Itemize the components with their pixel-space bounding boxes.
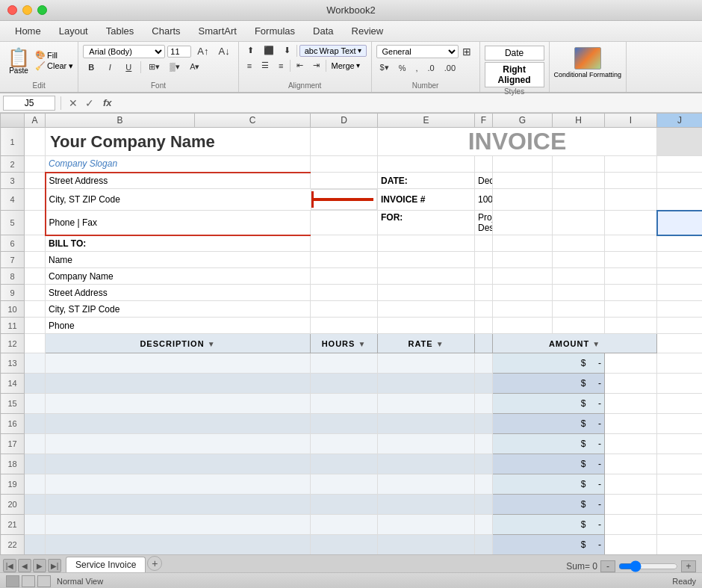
cell-a15[interactable] xyxy=(25,394,46,414)
tab-prev-button[interactable]: ◀ xyxy=(18,559,31,572)
cell-j6[interactable] xyxy=(657,235,703,252)
cell-f9[interactable] xyxy=(475,285,493,301)
cell-f8[interactable] xyxy=(475,268,493,285)
row-header-19[interactable]: 19 xyxy=(1,474,25,495)
cell-e22[interactable] xyxy=(378,535,475,555)
cell-b9[interactable]: Street Address xyxy=(46,285,311,301)
col-header-f[interactable]: F xyxy=(475,114,493,128)
font-size-input[interactable] xyxy=(167,46,191,58)
cell-d2[interactable] xyxy=(311,156,378,173)
cell-h4[interactable] xyxy=(553,189,605,211)
cell-i10[interactable] xyxy=(605,301,657,318)
cell-d4[interactable] xyxy=(311,189,378,210)
cell-i11[interactable] xyxy=(605,318,657,334)
col-header-i[interactable]: I xyxy=(605,114,657,128)
row-header-14[interactable]: 14 xyxy=(1,374,25,394)
cell-d14[interactable] xyxy=(311,374,378,394)
cell-f14[interactable] xyxy=(475,374,493,394)
page-layout-button[interactable] xyxy=(22,575,35,587)
cell-f13[interactable] xyxy=(475,353,493,374)
cell-g20[interactable]: $ - xyxy=(493,495,605,515)
rate-header[interactable]: RATE ▼ xyxy=(378,334,475,353)
row-header-7[interactable]: 7 xyxy=(1,252,25,268)
cell-i21[interactable] xyxy=(605,515,657,535)
cell-a18[interactable] xyxy=(25,454,46,474)
cell-f2[interactable] xyxy=(475,156,493,173)
col-header-j[interactable]: J xyxy=(657,114,703,128)
maximize-button[interactable] xyxy=(37,5,47,15)
font-decrease-button[interactable]: A↓ xyxy=(215,44,234,58)
cell-f6[interactable] xyxy=(475,235,493,252)
row-header-9[interactable]: 9 xyxy=(1,285,25,301)
cell-g17[interactable]: $ - xyxy=(493,434,605,454)
cell-g3[interactable] xyxy=(493,173,553,189)
cell-g14[interactable]: $ - xyxy=(493,374,605,394)
cell-j17[interactable] xyxy=(657,434,703,454)
cell-e3[interactable]: DATE: xyxy=(378,173,475,189)
cell-i14[interactable] xyxy=(605,374,657,394)
cell-b19[interactable] xyxy=(46,474,311,495)
right-aligned-button[interactable]: Right Aligned xyxy=(485,62,544,87)
row-header-21[interactable]: 21 xyxy=(1,515,25,535)
cell-i19[interactable] xyxy=(605,474,657,495)
col-header-b[interactable]: B xyxy=(46,114,195,128)
cell-f10[interactable] xyxy=(475,301,493,318)
number-format-select[interactable]: General xyxy=(376,45,459,58)
cell-f21[interactable] xyxy=(475,515,493,535)
row-header-20[interactable]: 20 xyxy=(1,495,25,515)
menu-home[interactable]: Home xyxy=(6,22,50,40)
cell-j9[interactable] xyxy=(657,285,703,301)
underline-button[interactable]: U xyxy=(120,61,137,73)
cell-i13[interactable] xyxy=(605,353,657,374)
menu-review[interactable]: Review xyxy=(343,22,393,40)
cell-d11[interactable] xyxy=(311,318,378,334)
tab-first-button[interactable]: |◀ xyxy=(3,559,16,572)
cell-g2[interactable] xyxy=(493,156,553,173)
cell-h8[interactable] xyxy=(553,268,605,285)
cell-e1[interactable]: INVOICE xyxy=(378,128,657,156)
cell-f20[interactable] xyxy=(475,495,493,515)
sheet-tab-service-invoice[interactable]: Service Invoice xyxy=(66,557,146,572)
cell-g11[interactable] xyxy=(493,318,553,334)
align-left-button[interactable]: ≡ xyxy=(243,60,255,72)
cell-e4[interactable]: INVOICE # xyxy=(378,189,475,211)
cell-j4[interactable] xyxy=(657,189,703,211)
cell-j21[interactable] xyxy=(657,515,703,535)
cell-b11[interactable]: Phone xyxy=(46,318,311,334)
cell-i22[interactable] xyxy=(605,535,657,555)
row-header-8[interactable]: 8 xyxy=(1,268,25,285)
cell-e14[interactable] xyxy=(378,374,475,394)
cell-e18[interactable] xyxy=(378,454,475,474)
tab-next-button[interactable]: ▶ xyxy=(33,559,46,572)
cell-i9[interactable] xyxy=(605,285,657,301)
cell-a14[interactable] xyxy=(25,374,46,394)
cell-b20[interactable] xyxy=(46,495,311,515)
cell-j14[interactable] xyxy=(657,374,703,394)
conditional-formatting-button[interactable]: Conditional Formatting xyxy=(554,47,622,79)
decrease-indent-button[interactable]: ⇤ xyxy=(293,59,307,72)
bold-button[interactable]: B xyxy=(83,61,99,73)
menu-data[interactable]: Data xyxy=(304,22,342,40)
cell-a19[interactable] xyxy=(25,474,46,495)
cell-j18[interactable] xyxy=(657,454,703,474)
cell-a16[interactable] xyxy=(25,414,46,434)
cell-h11[interactable] xyxy=(553,318,605,334)
tab-last-button[interactable]: ▶| xyxy=(48,559,61,572)
number-expand-button[interactable]: ⊞ xyxy=(459,44,475,59)
cell-d18[interactable] xyxy=(311,454,378,474)
cell-f16[interactable] xyxy=(475,414,493,434)
cell-b1[interactable]: Your Company Name xyxy=(46,128,311,156)
cell-a1[interactable] xyxy=(25,128,46,156)
cell-a21[interactable] xyxy=(25,515,46,535)
cell-g8[interactable] xyxy=(493,268,553,285)
row-header-12[interactable]: 12 xyxy=(1,334,25,353)
cell-b15[interactable] xyxy=(46,394,311,414)
cell-e11[interactable] xyxy=(378,318,475,334)
cell-a4[interactable] xyxy=(25,189,46,211)
row-header-1[interactable]: 1 xyxy=(1,128,25,156)
cell-e10[interactable] xyxy=(378,301,475,318)
row-header-18[interactable]: 18 xyxy=(1,454,25,474)
cell-i15[interactable] xyxy=(605,394,657,414)
cell-b18[interactable] xyxy=(46,454,311,474)
col-header-g[interactable]: G xyxy=(493,114,553,128)
